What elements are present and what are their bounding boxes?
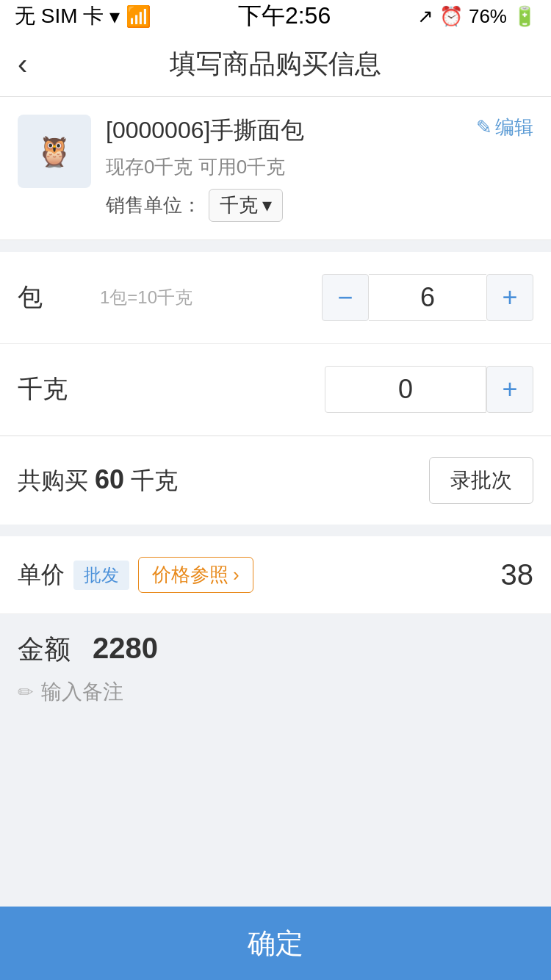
unit-value: 千克 xyxy=(220,192,258,218)
price-tag: 批发 xyxy=(73,561,129,590)
product-image: 🦉 xyxy=(18,115,91,188)
bag-plus-button[interactable]: + xyxy=(486,274,533,321)
amount-section: 金额 2280 ✏ 输入备注 xyxy=(0,614,551,718)
bag-quantity-control: − + xyxy=(322,274,533,321)
spacer xyxy=(0,718,551,907)
kg-label: 千克 xyxy=(18,372,84,406)
amount-value: 2280 xyxy=(93,632,158,664)
price-ref-button[interactable]: 价格参照 › xyxy=(138,557,253,593)
price-ref-arrow: › xyxy=(233,563,240,586)
product-logo: 🦉 xyxy=(36,134,73,169)
page-title: 填写商品购买信息 xyxy=(170,46,381,82)
status-left: 无 SIM 卡 ▾️ 📶 xyxy=(15,2,151,30)
total-row: 共购买 60 千克 录批次 xyxy=(0,436,551,525)
total-value: 60 xyxy=(95,464,124,494)
status-bar: 无 SIM 卡 ▾️ 📶 下午2:56 ↗ ⏰ 76% 🔋 xyxy=(0,0,551,32)
back-button[interactable]: ‹ xyxy=(18,48,27,81)
price-label: 单价 xyxy=(18,559,65,591)
product-stock: 现存0千克 可用0千克 xyxy=(106,154,533,180)
batch-button[interactable]: 录批次 xyxy=(429,457,533,504)
product-name: [0000006]手撕面包 xyxy=(106,115,476,147)
status-time: 下午2:56 xyxy=(238,0,331,32)
status-right: ↗ ⏰ 76% 🔋 xyxy=(417,5,536,28)
product-section: 🦉 [0000006]手撕面包 ✎ 编辑 现存0千克 可用0千克 销售单位： 千… xyxy=(0,97,551,240)
kg-row: 千克 + xyxy=(0,344,551,436)
pencil-icon: ✏ xyxy=(18,681,34,704)
wifi-icon: ▾️ 📶 xyxy=(109,4,151,29)
edit-button[interactable]: ✎ 编辑 xyxy=(476,115,533,140)
form-section: 包 1包=10千克 − + 千克 + 共购买 60 千克 录批次 xyxy=(0,252,551,525)
bag-quantity-input[interactable] xyxy=(369,274,486,321)
dropdown-icon: ▾ xyxy=(262,194,272,217)
no-sim-text: 无 SIM 卡 xyxy=(15,2,104,30)
bag-label: 包 xyxy=(18,281,84,314)
price-section: 单价 批发 价格参照 › 38 xyxy=(0,536,551,614)
edit-label: 编辑 xyxy=(495,115,533,140)
price-ref-label: 价格参照 xyxy=(152,562,228,588)
battery-icon: 🔋 xyxy=(513,5,536,28)
product-header: [0000006]手撕面包 ✎ 编辑 xyxy=(106,115,533,147)
total-text: 共购买 60 千克 xyxy=(18,464,178,497)
total-unit: 千克 xyxy=(131,467,178,494)
bag-row: 包 1包=10千克 − + xyxy=(0,252,551,344)
total-prefix: 共购买 xyxy=(18,467,88,494)
product-info: [0000006]手撕面包 ✎ 编辑 现存0千克 可用0千克 销售单位： 千克 … xyxy=(106,115,533,222)
nav-bar: ‹ 填写商品购买信息 xyxy=(0,32,551,97)
note-row[interactable]: ✏ 输入备注 xyxy=(18,678,533,706)
note-placeholder: 输入备注 xyxy=(41,678,123,706)
alarm-icon: ⏰ xyxy=(439,5,463,28)
kg-plus-button[interactable]: + xyxy=(486,366,533,413)
bag-sub: 1包=10千克 xyxy=(100,286,192,309)
kg-quantity-control: + xyxy=(325,366,533,413)
price-value: 38 xyxy=(501,558,534,591)
confirm-button[interactable]: 确定 xyxy=(0,907,551,980)
edit-icon: ✎ xyxy=(476,116,492,139)
gps-icon: ↗ xyxy=(417,5,433,28)
product-unit-row: 销售单位： 千克 ▾ xyxy=(106,189,533,222)
bag-minus-button[interactable]: − xyxy=(322,274,369,321)
unit-label: 销售单位： xyxy=(106,192,201,218)
amount-label: 金额 xyxy=(18,634,71,664)
kg-quantity-input[interactable] xyxy=(325,366,486,413)
unit-selector[interactable]: 千克 ▾ xyxy=(209,189,283,222)
battery-text: 76% xyxy=(469,5,507,28)
amount-row: 金额 2280 xyxy=(18,632,533,668)
